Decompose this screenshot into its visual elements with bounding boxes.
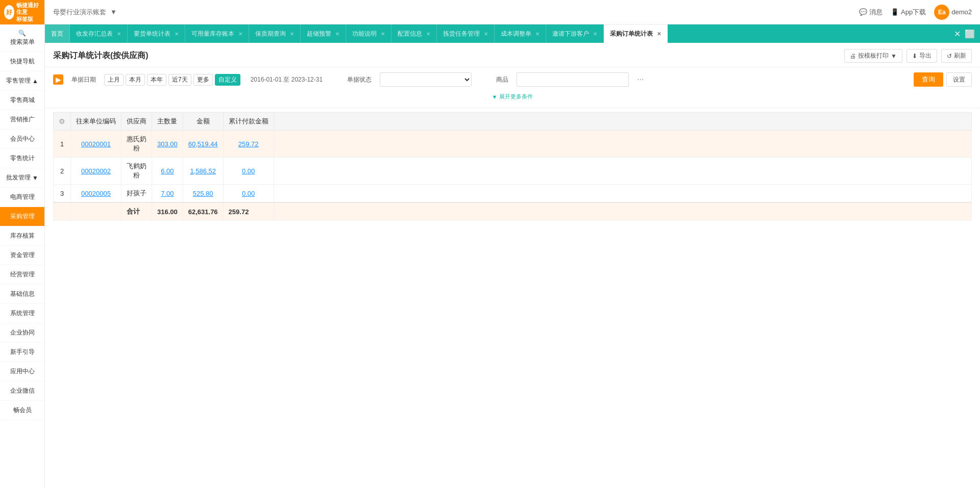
table-row: 3 00020005 好孩子 7.00 525.80 0.00 [54, 185, 972, 203]
col-code: 往来单位编码 [71, 113, 121, 131]
filter-more-btn[interactable]: ··· [637, 75, 644, 84]
date-btn-this-year[interactable]: 本年 [147, 74, 166, 86]
filter-date-btns: 上月 本月 本年 近7天 更多 自定义 [104, 74, 240, 86]
tab-function-desc-close[interactable]: ✕ [381, 31, 385, 37]
row-paid[interactable]: 0.00 [223, 185, 274, 203]
sidebar-item-vip[interactable]: 畅会员 [0, 401, 44, 420]
row-qty[interactable]: 7.00 [152, 185, 183, 203]
workspace-selector[interactable]: 母婴行业演示账套 ▼ [53, 8, 117, 17]
row-paid[interactable]: 259.72 [223, 131, 274, 158]
row-num: 3 [54, 185, 71, 203]
tab-receive-send-label: 收发存汇总表 [76, 30, 113, 38]
tab-config-info-close[interactable]: ✕ [426, 31, 430, 37]
row-code[interactable]: 00020002 [71, 158, 121, 185]
row-qty[interactable]: 6.00 [152, 158, 183, 185]
tab-home[interactable]: 首页 [45, 24, 70, 43]
goods-filter-input[interactable] [517, 72, 629, 87]
date-btn-last-month[interactable]: 上月 [104, 74, 124, 86]
sidebar-item-retail-shop[interactable]: 零售商城 [0, 91, 44, 110]
sidebar-item-search[interactable]: 🔍 搜索菜单 [0, 24, 44, 52]
row-supplier: 飞鹤奶粉 [121, 158, 152, 185]
row-extra [274, 131, 971, 158]
row-amount[interactable]: 525.80 [183, 185, 223, 203]
row-amount[interactable]: 1,586.52 [183, 158, 223, 185]
tab-cost-adjust[interactable]: 成本调整单 ✕ [495, 24, 546, 43]
tab-available-stock-close[interactable]: ✕ [238, 31, 242, 37]
sidebar-item-ecommerce[interactable]: 电商管理 [0, 188, 44, 207]
row-qty[interactable]: 303.00 [152, 131, 183, 158]
row-paid[interactable]: 0.00 [223, 158, 274, 185]
row-code[interactable]: 00020005 [71, 185, 121, 203]
sidebar-item-newguide[interactable]: 新手引导 [0, 343, 44, 362]
tab-shelf-life-close[interactable]: ✕ [290, 31, 294, 37]
tab-invite-downstream-close[interactable]: ✕ [593, 31, 597, 37]
app-download-btn[interactable]: 📱 App下载 [891, 8, 926, 17]
sidebar-item-wechat[interactable]: 企业微信 [0, 381, 44, 401]
tab-invite-downstream[interactable]: 邀请下游客户 ✕ [546, 24, 604, 43]
tab-config-info[interactable]: 配置信息 ✕ [391, 24, 437, 43]
expand-more-btn[interactable]: ▼ 展开更多条件 [53, 91, 972, 102]
header-actions: 💬 消息 📱 App下载 Ea demo2 [859, 5, 972, 20]
sidebar-item-finance[interactable]: 资金管理 [0, 246, 44, 265]
tab-demand-stats[interactable]: 要货单统计表 ✕ [128, 24, 185, 43]
tab-cost-adjust-label: 成本调整单 [501, 30, 531, 38]
date-btn-more[interactable]: 更多 [193, 74, 213, 86]
btn-query[interactable]: 查询 [914, 72, 943, 87]
sidebar-item-wholesale[interactable]: 批发管理 ▼ [0, 168, 44, 188]
tab-function-desc[interactable]: 功能说明 ✕ [346, 24, 391, 43]
sidebar-item-member[interactable]: 会员中心 [0, 130, 44, 149]
col-paid: 累计付款金额 [223, 113, 274, 131]
tab-overstock[interactable]: 超储预警 ✕ [301, 24, 346, 43]
sidebar-item-quick-nav[interactable]: 快捷导航 [0, 52, 44, 71]
row-code[interactable]: 00020001 [71, 131, 121, 158]
sidebar-item-system[interactable]: 系统管理 [0, 304, 44, 323]
data-table: ⚙ 往来单位编码 供应商 主数量 金额 累计付款金额 1 00020001 惠氏… [53, 112, 972, 221]
message-icon: 💬 [859, 8, 867, 16]
tab-shelf-life-label: 保质期查询 [255, 30, 286, 38]
btn-refresh[interactable]: ↺ 刷新 [941, 49, 972, 63]
user-profile[interactable]: Ea demo2 [934, 5, 972, 20]
row-amount[interactable]: 60,519.44 [183, 131, 223, 158]
tab-pick-task-close[interactable]: ✕ [484, 31, 488, 37]
tab-function-desc-label: 功能说明 [352, 30, 377, 38]
sidebar-item-retail-stats[interactable]: 零售统计 [0, 149, 44, 168]
tab-receive-send-close[interactable]: ✕ [117, 31, 121, 37]
filter-toggle-btn[interactable]: ▶ [53, 74, 63, 85]
row-num: 1 [54, 131, 71, 158]
sidebar-item-operations[interactable]: 经营管理 [0, 265, 44, 285]
tab-close-all-icon[interactable]: ✕ [953, 28, 962, 40]
page-actions: 🖨 按模板打印 ▼ ⬇ 导出 ↺ 刷新 [844, 49, 972, 63]
btn-export[interactable]: ⬇ 导出 [906, 49, 937, 63]
tab-pick-task-label: 拣货任务管理 [443, 30, 480, 38]
date-btn-this-month[interactable]: 本月 [126, 74, 145, 86]
tab-available-stock[interactable]: 可用量库存账本 ✕ [185, 24, 249, 43]
sidebar-item-purchase[interactable]: 采购管理 [0, 207, 44, 226]
workspace-label: 母婴行业演示账套 [53, 8, 106, 17]
summary-paid: 259.72 [223, 202, 274, 221]
settings-icon[interactable]: ⚙ [59, 117, 65, 125]
message-btn[interactable]: 💬 消息 [859, 8, 883, 17]
status-select[interactable] [380, 72, 472, 87]
btn-template-print[interactable]: 🖨 按模板打印 ▼ [844, 49, 902, 63]
tab-purchase-stats-close[interactable]: ✕ [657, 31, 661, 37]
tab-maximize-icon[interactable]: ⬜ [964, 28, 976, 40]
sidebar-item-basics[interactable]: 基础信息 [0, 285, 44, 304]
tab-cost-adjust-close[interactable]: ✕ [535, 31, 540, 37]
sidebar-item-enterprise[interactable]: 企业协同 [0, 323, 44, 343]
sidebar-item-inventory[interactable]: 库存核算 [0, 226, 44, 246]
date-btn-custom[interactable]: 自定义 [215, 74, 240, 86]
tab-purchase-stats[interactable]: 采购订单统计表 ✕ [604, 24, 668, 43]
tab-pick-task[interactable]: 拣货任务管理 ✕ [437, 24, 495, 43]
sidebar-item-retail[interactable]: 零售管理 ▲ [0, 71, 44, 91]
tab-overstock-close[interactable]: ✕ [335, 31, 339, 37]
sidebar-item-marketing[interactable]: 营销推广 [0, 110, 44, 130]
date-btn-7days[interactable]: 近7天 [168, 74, 191, 86]
filter-section: ▶ 单据日期 上月 本月 本年 近7天 更多 自定义 2016-01-01 至 … [45, 67, 980, 108]
tab-receive-send[interactable]: 收发存汇总表 ✕ [70, 24, 128, 43]
tab-demand-stats-close[interactable]: ✕ [175, 31, 179, 37]
sidebar-item-appcenter[interactable]: 应用中心 [0, 362, 44, 381]
search-icon: 🔍 [18, 30, 26, 37]
btn-settings[interactable]: 设置 [946, 72, 972, 87]
tab-shelf-life[interactable]: 保质期查询 ✕ [249, 24, 301, 43]
top-header: 母婴行业演示账套 ▼ 💬 消息 📱 App下载 Ea demo2 [45, 0, 980, 24]
